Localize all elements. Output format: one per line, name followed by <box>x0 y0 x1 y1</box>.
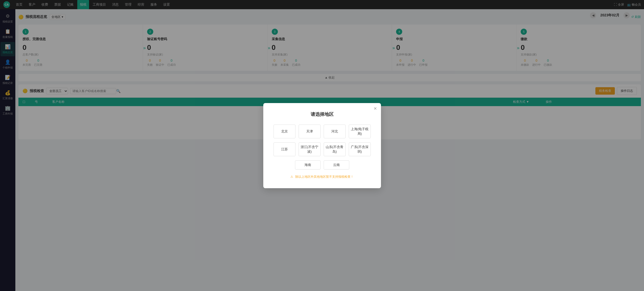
region-btn-guangdong[interactable]: 广东(不含深圳) <box>349 142 371 156</box>
region-btn-yunnan[interactable]: 云南 <box>324 160 349 170</box>
region-btn-beijing[interactable]: 北京 <box>274 125 296 138</box>
region-btn-shandong[interactable]: 山东(不含青岛) <box>324 142 346 156</box>
region-btn-zhejiang[interactable]: 浙江(不含宁波) <box>299 142 321 156</box>
region-dialog: ✕ 请选择地区 北京 天津 河北 上海(电子税局) 江苏 浙江(不含宁波) 山东… <box>263 103 381 188</box>
region-row-2: 江苏 浙江(不含宁波) 山东(不含青岛) 广东(不含深圳) <box>274 142 371 156</box>
region-row-1: 北京 天津 河北 上海(电子税局) <box>274 125 371 138</box>
dialog-title: 请选择地区 <box>274 111 371 117</box>
dialog-close-button[interactable]: ✕ <box>374 107 377 111</box>
warning-icon: ⚠ <box>290 175 293 178</box>
region-btn-hainan[interactable]: 海南 <box>295 160 321 170</box>
modal-overlay[interactable]: ✕ 请选择地区 北京 天津 河北 上海(电子税局) 江苏 浙江(不含宁波) 山东… <box>0 0 644 291</box>
region-row-3: 海南 云南 <box>274 160 371 170</box>
dialog-warning: ⚠ 除以上地区外其他地区暂不支持报税检查！ <box>274 175 371 179</box>
region-btn-jiangsu[interactable]: 江苏 <box>274 142 296 156</box>
region-btn-tianjin[interactable]: 天津 <box>299 125 321 138</box>
region-btn-hebei[interactable]: 河北 <box>324 125 346 138</box>
warning-text: 除以上地区外其他地区暂不支持报税检查！ <box>295 175 354 178</box>
region-btn-shanghai[interactable]: 上海(电子税局) <box>349 125 371 138</box>
